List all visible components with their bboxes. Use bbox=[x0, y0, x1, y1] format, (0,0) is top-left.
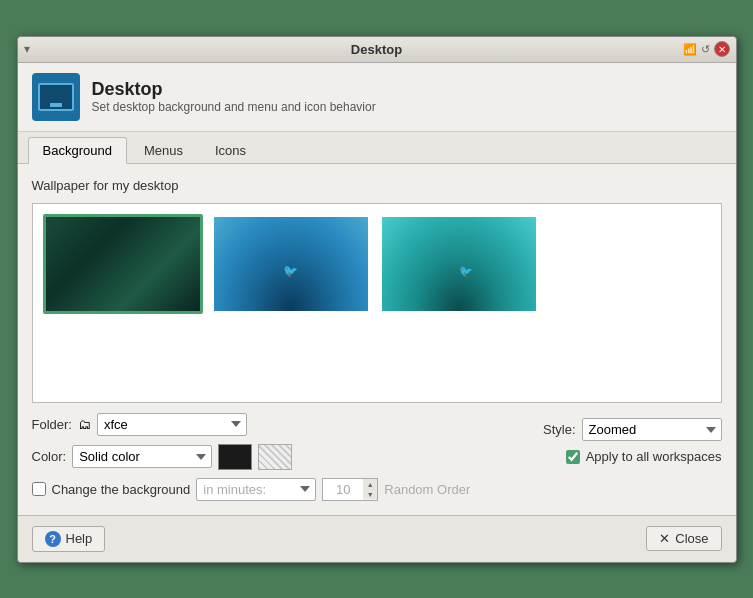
desktop-window: ▾ Desktop 📶 ↺ ✕ Desktop Set desktop back… bbox=[17, 36, 737, 563]
close-button[interactable]: ✕ Close bbox=[646, 526, 721, 551]
minutes-spinner: ▲ ▼ bbox=[322, 478, 378, 501]
tab-menus[interactable]: Menus bbox=[129, 137, 198, 164]
monitor-icon bbox=[38, 83, 74, 111]
wallpaper-item-1[interactable] bbox=[43, 214, 203, 314]
apply-all-checkbox[interactable] bbox=[566, 450, 580, 464]
style-select[interactable]: Centered Tiled Stretched Scaled Zoomed S… bbox=[582, 418, 722, 441]
help-button[interactable]: ? Help bbox=[32, 526, 106, 552]
wallpaper-thumb-3 bbox=[382, 217, 536, 311]
refresh-icon: ↺ bbox=[701, 43, 710, 56]
main-controls: Folder: 🗂 xfce Color: Solid color Horizo… bbox=[32, 413, 722, 470]
bottom-bar: ? Help ✕ Close bbox=[18, 515, 736, 562]
change-bg-checkbox[interactable] bbox=[32, 482, 46, 496]
folder-select[interactable]: xfce bbox=[97, 413, 247, 436]
close-x-icon: ✕ bbox=[659, 531, 670, 546]
titlebar-controls: 📶 ↺ ✕ bbox=[683, 41, 730, 57]
style-control-group: Style: Centered Tiled Stretched Scaled Z… bbox=[543, 418, 722, 441]
spin-up-button[interactable]: ▲ bbox=[363, 479, 377, 489]
folder-control-group: Folder: 🗂 xfce bbox=[32, 413, 293, 436]
titlebar-left-icons: ▾ bbox=[24, 42, 30, 56]
wallpaper-label: Wallpaper for my desktop bbox=[32, 178, 722, 193]
minutes-select[interactable]: in minutes: bbox=[196, 478, 316, 501]
help-icon: ? bbox=[45, 531, 61, 547]
monitor-stand bbox=[50, 103, 62, 107]
tab-icons[interactable]: Icons bbox=[200, 137, 261, 164]
color-select[interactable]: Solid color Horizontal gradient Vertical… bbox=[72, 445, 212, 468]
app-title-area: Desktop Set desktop background and menu … bbox=[92, 79, 376, 114]
wallpaper-thumb-1 bbox=[46, 217, 200, 311]
window-close-button[interactable]: ✕ bbox=[714, 41, 730, 57]
tab-background[interactable]: Background bbox=[28, 137, 127, 164]
wallpaper-thumb-2 bbox=[214, 217, 368, 311]
wifi-icon: 📶 bbox=[683, 43, 697, 56]
window-title: Desktop bbox=[351, 42, 402, 57]
app-title: Desktop bbox=[92, 79, 376, 100]
close-label: Close bbox=[675, 531, 708, 546]
spin-down-button[interactable]: ▼ bbox=[363, 489, 377, 499]
apply-all-label[interactable]: Apply to all workspaces bbox=[586, 449, 722, 464]
tab-content: Wallpaper for my desktop Folder: 🗂 x bbox=[18, 164, 736, 515]
wallpaper-grid bbox=[32, 203, 722, 403]
help-label: Help bbox=[66, 531, 93, 546]
change-bg-label[interactable]: Change the background bbox=[52, 482, 191, 497]
app-icon bbox=[32, 73, 80, 121]
color-swatch-solid[interactable] bbox=[218, 444, 252, 470]
tab-bar: Background Menus Icons bbox=[18, 132, 736, 164]
folder-icon: 🗂 bbox=[78, 417, 91, 432]
color-control-group: Color: Solid color Horizontal gradient V… bbox=[32, 444, 293, 470]
random-order-label: Random Order bbox=[384, 482, 470, 497]
wallpaper-item-2[interactable] bbox=[211, 214, 371, 314]
apply-all-row: Apply to all workspaces bbox=[566, 449, 722, 464]
app-subtitle: Set desktop background and menu and icon… bbox=[92, 100, 376, 114]
color-swatch-pattern[interactable] bbox=[258, 444, 292, 470]
style-label: Style: bbox=[543, 422, 576, 437]
minutes-input[interactable] bbox=[323, 479, 363, 500]
change-bg-row: Change the background in minutes: ▲ ▼ Ra… bbox=[32, 478, 722, 501]
app-header: Desktop Set desktop background and menu … bbox=[18, 63, 736, 132]
left-side-controls: Folder: 🗂 xfce Color: Solid color Horizo… bbox=[32, 413, 293, 470]
spinner-controls: ▲ ▼ bbox=[363, 479, 377, 499]
titlebar-menu-icon[interactable]: ▾ bbox=[24, 42, 30, 56]
titlebar: ▾ Desktop 📶 ↺ ✕ bbox=[18, 37, 736, 63]
wallpaper-item-3[interactable] bbox=[379, 214, 539, 314]
folder-label: Folder: bbox=[32, 417, 72, 432]
right-side-controls: Style: Centered Tiled Stretched Scaled Z… bbox=[543, 418, 722, 464]
color-label: Color: bbox=[32, 449, 67, 464]
